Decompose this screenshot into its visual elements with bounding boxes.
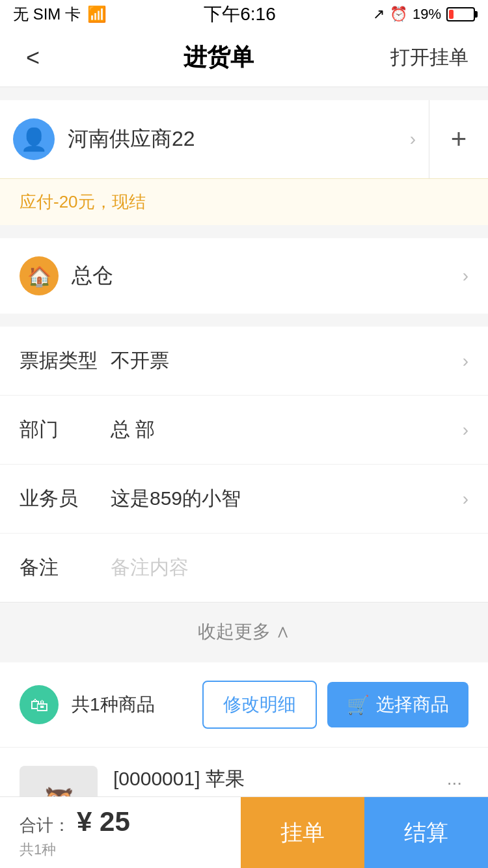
- remark-input[interactable]: 备注内容: [111, 554, 468, 581]
- status-time: 下午6:16: [204, 2, 276, 27]
- supplier-row[interactable]: 👤 河南供应商22 ›: [0, 100, 429, 178]
- remark-label: 备注: [20, 554, 111, 581]
- products-header: 🛍 共1种商品 修改明细 🛒 选择商品: [0, 662, 488, 748]
- product-code: [0000001]: [113, 768, 200, 789]
- warehouse-chevron-icon: ›: [463, 265, 468, 286]
- open-hang-button[interactable]: 打开挂单: [390, 44, 468, 71]
- back-button[interactable]: <: [20, 38, 46, 78]
- total-text: 合计：: [20, 814, 70, 837]
- remark-row[interactable]: 备注 备注内容: [0, 534, 488, 602]
- bag-icon: 🛍: [30, 694, 48, 716]
- chevron-right-icon: ›: [410, 129, 416, 150]
- warehouse-row[interactable]: 🏠 总仓 ›: [0, 238, 488, 314]
- products-icon-wrap: 🛍: [20, 685, 59, 724]
- warehouse-icon: 🏠: [27, 265, 51, 288]
- supplier-section: 👤 河南供应商22 › +: [0, 100, 488, 178]
- sales-label: 业务员: [20, 485, 111, 512]
- bottom-bar: 合计： ¥ 25 共1种 挂单 结算: [0, 796, 488, 868]
- department-row[interactable]: 部门 总 部 ›: [0, 396, 488, 465]
- battery-fill: [449, 10, 454, 19]
- checkout-button[interactable]: 结算: [364, 797, 488, 869]
- page-title: 进货单: [183, 42, 254, 74]
- edit-detail-button[interactable]: 修改明细: [202, 681, 317, 729]
- select-product-label: 选择商品: [376, 692, 449, 717]
- alarm-icon: ⏰: [390, 6, 407, 23]
- notice-banner: 应付-20元，现结: [0, 178, 488, 225]
- section-gap-3: [0, 314, 488, 327]
- warehouse-icon-wrap: 🏠: [20, 256, 59, 295]
- person-icon: 👤: [20, 126, 47, 152]
- form-section: 票据类型 不开票 › 部门 总 部 › 业务员 这是859的小智 › 备注 备注…: [0, 327, 488, 602]
- total-sub: 共1种: [20, 840, 221, 860]
- dept-label: 部门: [20, 416, 111, 443]
- cart-icon: 🛒: [347, 694, 370, 716]
- supplier-avatar: 👤: [13, 118, 55, 160]
- sales-chevron-icon: ›: [463, 489, 468, 509]
- section-gap-2: [0, 225, 488, 238]
- dept-chevron-icon: ›: [463, 420, 468, 441]
- product-more-button[interactable]: ···: [441, 766, 468, 800]
- notice-text: 应付-20元，现结: [20, 192, 146, 211]
- collapse-row[interactable]: 收起更多 ∧: [0, 602, 488, 661]
- product-title: 苹果: [206, 768, 245, 789]
- section-gap-1: [0, 87, 488, 100]
- battery-icon: [446, 7, 475, 21]
- battery-percent: 19%: [413, 6, 441, 23]
- wifi-icon: 📶: [87, 5, 107, 23]
- supplier-name: 河南供应商22: [68, 125, 410, 154]
- add-supplier-button[interactable]: +: [429, 100, 488, 178]
- invoice-type-row[interactable]: 票据类型 不开票 ›: [0, 327, 488, 396]
- total-label: 合计： ¥ 25: [20, 806, 221, 837]
- status-left: 无 SIM 卡 📶: [13, 4, 107, 25]
- total-section: 合计： ¥ 25 共1种: [0, 806, 241, 860]
- invoice-label: 票据类型: [20, 347, 111, 374]
- total-amount: ¥ 25: [77, 806, 130, 837]
- status-bar: 无 SIM 卡 📶 下午6:16 ↗ ⏰ 19%: [0, 0, 488, 29]
- warehouse-name: 总仓: [72, 262, 463, 290]
- carrier-text: 无 SIM 卡: [13, 4, 81, 25]
- product-name: [0000001] 苹果: [113, 766, 441, 793]
- location-icon: ↗: [373, 6, 385, 23]
- collapse-label: 收起更多 ∧: [198, 619, 291, 644]
- products-count: 共1种商品: [72, 692, 202, 717]
- invoice-value: 不开票: [111, 347, 463, 374]
- dept-value: 总 部: [111, 416, 463, 443]
- invoice-chevron-icon: ›: [463, 351, 468, 372]
- salesperson-row[interactable]: 业务员 这是859的小智 ›: [0, 465, 488, 534]
- status-right: ↗ ⏰ 19%: [373, 6, 475, 23]
- nav-bar: < 进货单 打开挂单: [0, 29, 488, 87]
- hang-button[interactable]: 挂单: [241, 797, 364, 869]
- select-product-button[interactable]: 🛒 选择商品: [327, 682, 468, 727]
- sales-value: 这是859的小智: [111, 485, 463, 512]
